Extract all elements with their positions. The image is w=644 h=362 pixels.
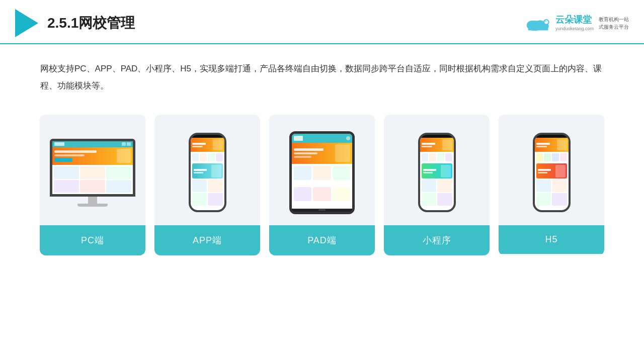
nav-icon4: [216, 153, 223, 161]
card-miniapp-image: [384, 115, 490, 225]
course-item6: [106, 180, 131, 193]
mc2: [437, 179, 452, 192]
pad-grid2: [313, 166, 331, 180]
h5-banner-text: [536, 143, 556, 147]
svg-point-6: [544, 20, 548, 24]
mn-icon4: [445, 153, 452, 161]
app-banner-text: [192, 143, 212, 147]
ab-line2: [192, 146, 203, 147]
logo-icon: 云朵课堂 yunduoketang.com 教育机构一站式服务云平台: [523, 14, 629, 32]
hp-text: [538, 169, 554, 173]
monitor-neck: [88, 197, 97, 204]
logo-tagline: 教育机构一站式服务云平台: [599, 16, 629, 31]
mc3: [422, 193, 437, 206]
card-app-label: APP端: [154, 225, 260, 255]
pad-menu1: [346, 136, 350, 140]
monitor-screen-content: [52, 141, 133, 194]
pad-screen: [292, 134, 352, 209]
card-app-label-text: APP端: [193, 235, 222, 245]
h5-banner: [535, 138, 569, 152]
mn-icon3: [437, 153, 444, 161]
hp-line2: [538, 172, 548, 173]
pad-bottom-bar: [292, 209, 352, 212]
hero-banner: [52, 147, 133, 165]
miniapp-courses: [422, 179, 452, 206]
miniapp-screen: [420, 138, 454, 210]
card-h5-label: H5: [499, 225, 604, 254]
h5-screen: [535, 138, 569, 210]
app-phone-mockup: [189, 133, 226, 212]
logo-url: yunduoketang.com: [555, 26, 594, 32]
pad-mockup: [289, 131, 355, 214]
pad-grid1: [294, 166, 311, 180]
miniapp-hero-img: [442, 139, 452, 150]
course-card3: [192, 193, 207, 206]
nav-item2: [127, 142, 131, 146]
mn-icon2: [429, 153, 436, 161]
nav-item1: [122, 142, 126, 146]
card-app: APP端: [154, 115, 260, 255]
monitor-base: [77, 204, 108, 207]
course-item4: [54, 180, 79, 193]
miniapp-banner: [420, 138, 454, 152]
mp-text: [423, 169, 440, 173]
nav-icon2: [200, 153, 207, 161]
card-pc: PC端: [40, 115, 145, 255]
hc2: [552, 179, 567, 192]
pad-grid3: [333, 166, 350, 180]
app-screen: [191, 138, 224, 210]
miniapp-notch: [430, 135, 443, 138]
app-content: [191, 152, 224, 210]
card-label-text: PC端: [81, 235, 104, 245]
page-title: 2.5.1网校管理: [47, 14, 135, 33]
miniapp-banner-text: [422, 143, 441, 147]
hc1: [536, 179, 551, 192]
cards-section: PC端: [0, 105, 644, 265]
description-text: 网校支持PC、APP、PAD、小程序、H5，实现多端打通，产品各终端自由切换，数…: [0, 44, 644, 105]
card-pc-label: PC端: [40, 225, 145, 255]
nav-icon3: [208, 153, 215, 161]
mb-line1: [422, 143, 435, 145]
course-cards: [192, 179, 223, 206]
app-nav-icons: [192, 153, 223, 161]
miniapp-phone-mockup: [418, 133, 456, 212]
promo-banner: [192, 163, 223, 178]
pad-logo: [294, 136, 303, 141]
miniapp-content: [420, 152, 454, 210]
promo-text: [194, 169, 210, 173]
miniapp-promo: [422, 163, 452, 178]
pad-hero-img: [335, 144, 350, 162]
hn-icon2: [544, 153, 551, 161]
banner-text: [54, 150, 115, 162]
hp-line1: [538, 169, 551, 171]
card-pad: PAD端: [269, 115, 375, 255]
card-miniapp-label-text: 小程序: [423, 235, 451, 245]
ph-line2: [294, 152, 317, 154]
card-pad-label: PAD端: [269, 225, 375, 255]
hn-icon4: [560, 153, 567, 161]
hc4: [552, 193, 567, 206]
h5-promo: [536, 163, 567, 178]
course-card2: [208, 179, 223, 192]
miniapp-nav: [422, 153, 452, 161]
pc-mockup: [50, 139, 135, 207]
promo-img: [211, 165, 221, 177]
phone-notch: [201, 135, 214, 138]
mp-line2: [423, 172, 433, 173]
cloud-logo-svg: [523, 14, 553, 32]
hb-line1: [536, 143, 550, 145]
promo-line2: [194, 172, 204, 173]
course-grid: [52, 165, 133, 194]
pad-home-indicator: [318, 209, 326, 211]
course-card1: [192, 179, 207, 192]
mc1: [422, 179, 437, 192]
h5-phone-mockup: [533, 133, 571, 212]
banner-line1: [54, 150, 97, 153]
card-pad-image: [269, 115, 375, 225]
mn-icon1: [422, 153, 429, 161]
cta-btn: [54, 158, 72, 162]
course-card4: [208, 193, 223, 206]
card-h5-image: [499, 115, 604, 225]
card-miniapp: 小程序: [384, 115, 490, 255]
h5-content: [535, 152, 569, 210]
